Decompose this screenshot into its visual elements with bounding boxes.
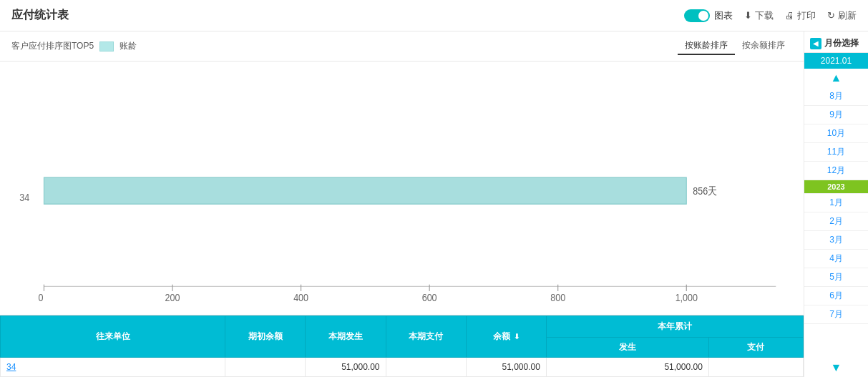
sidebar-month-item[interactable]: 2月 bbox=[804, 212, 868, 231]
sidebar-header: ◀ 月份选择 bbox=[804, 31, 868, 53]
legend-item-label: 账龄 bbox=[120, 40, 137, 52]
sidebar-month-item[interactable]: 6月 bbox=[804, 287, 868, 305]
legend-title: 客户应付排序图TOP5 bbox=[11, 40, 94, 52]
sidebar-month-item[interactable]: 9月 bbox=[804, 106, 868, 124]
cell-unit: 34 bbox=[1, 358, 225, 377]
col-header-year-pay: 支付 bbox=[708, 338, 803, 358]
col-header-period-pay: 本期支付 bbox=[386, 316, 466, 358]
sidebar-month-item[interactable]: 10月 bbox=[804, 124, 868, 143]
balance-label: 余额 bbox=[493, 331, 510, 341]
sidebar-expand-button[interactable]: ◀ bbox=[810, 38, 821, 49]
x-label-0: 0 bbox=[38, 293, 43, 304]
unit-link[interactable]: 34 bbox=[6, 362, 16, 372]
col-header-period-bal: 期初余额 bbox=[225, 316, 306, 358]
sidebar-month-item[interactable]: 12月 bbox=[804, 162, 868, 180]
col-header-year-occur: 发生 bbox=[546, 338, 708, 358]
table-row: 34 51,000.00 51,000.00 51,000.00 bbox=[1, 358, 804, 377]
print-label: 打印 bbox=[797, 9, 816, 22]
chart-header: 客户应付排序图TOP5 账龄 按账龄排序 按余额排序 bbox=[0, 31, 804, 62]
print-icon: 🖨 bbox=[785, 10, 794, 21]
header-actions: 图表 ⬇ 下载 🖨 打印 ↻ 刷新 bbox=[684, 9, 857, 22]
x-label-1000: 1,000 bbox=[676, 293, 698, 304]
header: 应付统计表 图表 ⬇ 下载 🖨 打印 ↻ 刷新 bbox=[0, 0, 868, 31]
refresh-button[interactable]: ↻ 刷新 bbox=[827, 9, 857, 22]
sidebar-month-item[interactable]: 2023 bbox=[804, 180, 868, 194]
sidebar-year-display: 2021.01 bbox=[804, 53, 868, 69]
sort-by-amount-button[interactable]: 按余额排序 bbox=[735, 37, 792, 55]
bar-end-label: 856天 bbox=[693, 185, 717, 197]
chart-toggle-group: 图表 bbox=[684, 9, 733, 22]
sidebar-month-item[interactable]: 5月 bbox=[804, 268, 868, 287]
sidebar-title: 月份选择 bbox=[824, 37, 859, 49]
download-button[interactable]: ⬇ 下载 bbox=[744, 9, 774, 22]
refresh-icon: ↻ bbox=[827, 10, 835, 21]
y-axis-label: 34 bbox=[19, 192, 29, 203]
sidebar-months-list: 8月9月10月11月12月20231月2月3月4月5月6月7月 bbox=[804, 87, 868, 358]
balance-sort-icon: ⬇ bbox=[514, 333, 520, 341]
sidebar-month-item[interactable]: 11月 bbox=[804, 143, 868, 162]
chart-toggle-switch[interactable] bbox=[684, 9, 710, 22]
sidebar-month-item[interactable]: 3月 bbox=[804, 231, 868, 250]
x-label-400: 400 bbox=[293, 293, 308, 304]
sidebar-up-button[interactable]: ▲ bbox=[804, 69, 868, 87]
col-header-unit: 往来单位 bbox=[1, 316, 225, 358]
chart-toggle-label: 图表 bbox=[714, 9, 733, 22]
main-content: 客户应付排序图TOP5 账龄 按账龄排序 按余额排序 34 856天 bbox=[0, 31, 868, 377]
table-section: 往来单位 期初余额 本期发生 本期支付 余额 ⬇ 本年累计 发生 bbox=[0, 315, 804, 377]
chart-area: 34 856天 0 200 400 600 bbox=[0, 62, 804, 315]
chart-legend: 客户应付排序图TOP5 账龄 bbox=[11, 40, 137, 52]
chart-svg: 34 856天 0 200 400 600 bbox=[11, 69, 792, 315]
refresh-label: 刷新 bbox=[838, 9, 857, 22]
sidebar: ◀ 月份选择 2021.01 ▲ 8月9月10月11月12月20231月2月3月… bbox=[804, 31, 868, 377]
cell-year-occur: 51,000.00 bbox=[546, 358, 708, 377]
app-container: 应付统计表 图表 ⬇ 下载 🖨 打印 ↻ 刷新 bbox=[0, 0, 868, 377]
chart-bar bbox=[44, 177, 686, 204]
col-header-period-occur: 本期发生 bbox=[306, 316, 386, 358]
col-header-year-group: 本年累计 bbox=[546, 316, 803, 338]
col-header-balance: 余额 ⬇ bbox=[466, 316, 546, 358]
chart-section: 客户应付排序图TOP5 账龄 按账龄排序 按余额排序 34 856天 bbox=[0, 31, 804, 377]
cell-period-pay bbox=[386, 358, 466, 377]
sidebar-month-item[interactable]: 1月 bbox=[804, 194, 868, 212]
download-label: 下载 bbox=[755, 9, 774, 22]
x-label-200: 200 bbox=[165, 293, 180, 304]
legend-color-box bbox=[99, 41, 114, 52]
print-button[interactable]: 🖨 打印 bbox=[785, 9, 816, 22]
table-header-row-1: 往来单位 期初余额 本期发生 本期支付 余额 ⬇ 本年累计 bbox=[1, 316, 804, 338]
sidebar-month-item[interactable]: 7月 bbox=[804, 305, 868, 324]
x-label-800: 800 bbox=[550, 293, 565, 304]
sidebar-month-item[interactable]: 8月 bbox=[804, 87, 868, 106]
sidebar-down-button[interactable]: ▼ bbox=[804, 358, 868, 377]
sort-by-balance-button[interactable]: 按账龄排序 bbox=[678, 37, 735, 55]
cell-period-bal bbox=[225, 358, 306, 377]
x-label-600: 600 bbox=[422, 293, 437, 304]
table-body: 34 51,000.00 51,000.00 51,000.00 bbox=[1, 358, 804, 377]
cell-balance: 51,000.00 bbox=[466, 358, 546, 377]
page-title: 应付统计表 bbox=[11, 8, 69, 23]
cell-year-pay bbox=[708, 358, 803, 377]
cell-period-occur: 51,000.00 bbox=[306, 358, 386, 377]
download-icon: ⬇ bbox=[744, 10, 752, 21]
data-table: 往来单位 期初余额 本期发生 本期支付 余额 ⬇ 本年累计 发生 bbox=[0, 315, 804, 377]
chart-sort-buttons: 按账龄排序 按余额排序 bbox=[678, 37, 792, 55]
sidebar-month-item[interactable]: 4月 bbox=[804, 250, 868, 268]
